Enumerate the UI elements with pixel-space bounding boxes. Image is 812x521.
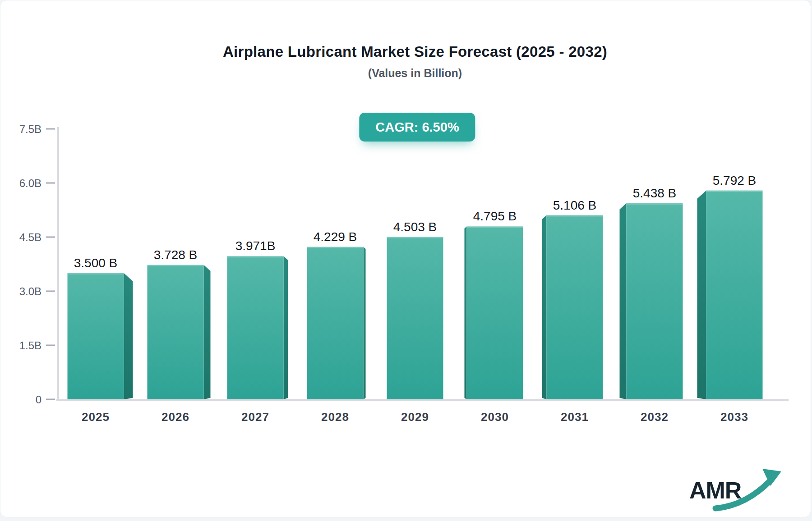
x-axis-label: 2027 [241,410,269,424]
bar-top-edge [706,191,763,192]
bar-chart: 01.5B3.0B4.5B6.0B7.5B3.500 B20253.728 B2… [0,0,812,521]
bar-side-2033 [697,191,706,399]
bar-top-edge [467,226,523,228]
bar-top-edge [627,203,683,205]
trending-up-arrow-icon [703,467,784,516]
bar-top-edge [148,265,204,266]
bar-side-2026 [204,265,211,399]
bar-top-edge [68,273,124,274]
bar-value-label: 4.795 B [473,209,517,223]
bar-side-2030 [465,226,467,399]
y-axis-label: 6.0B [19,177,42,189]
bar-value-label: 3.971B [235,239,276,253]
y-axis-line [57,127,59,401]
y-axis-label: 3.0B [19,285,42,297]
x-axis-label: 2030 [481,410,509,424]
bar-top-edge [307,247,364,248]
x-axis-label: 2029 [401,410,429,424]
x-axis-label: 2031 [561,410,589,424]
bar-2033 [706,191,763,399]
bar-side-2025 [124,273,133,399]
bar-value-label: 4.229 B [314,230,357,244]
x-axis-line [56,399,789,401]
bar-top-edge [547,215,603,217]
x-axis-label: 2033 [720,410,748,424]
amr-logo: AMR [689,467,784,516]
y-axis-tick [46,183,55,184]
bar-2026 [148,265,204,399]
bar-side-2027 [284,256,288,399]
bar-2031 [547,215,603,399]
bar-2029 [387,237,443,399]
bar-side-2028 [364,247,366,399]
bar-value-label: 5.438 B [633,186,677,200]
y-axis-tick [46,345,55,346]
x-axis-label: 2025 [82,410,110,424]
bar-value-label: 4.503 B [393,220,437,234]
bar-2028 [307,247,364,399]
x-axis-label: 2026 [161,410,189,424]
bar-value-label: 5.106 B [553,198,597,212]
y-axis-label: 4.5B [19,231,42,243]
y-axis-tick [46,399,55,400]
y-axis-tick [46,237,55,238]
bar-2025 [68,273,124,399]
bar-2027 [227,256,284,399]
y-axis-label: 1.5B [19,339,42,352]
bar-value-label: 3.500 B [74,256,118,270]
y-axis-tick [46,291,55,292]
bar-side-2031 [542,215,547,399]
y-axis-tick [46,128,55,130]
bar-side-2032 [620,203,627,399]
bar-value-label: 3.728 B [154,248,198,262]
y-axis-label: 7.5B [19,123,42,135]
x-axis-label: 2028 [321,410,349,424]
y-axis-label: 0 [36,393,42,406]
x-axis-label: 2032 [641,410,669,424]
bar-2032 [627,203,683,399]
bar-value-label: 5.792 B [713,174,757,187]
bar-2030 [467,226,523,399]
bar-top-edge [387,237,443,238]
bar-top-edge [227,256,284,257]
